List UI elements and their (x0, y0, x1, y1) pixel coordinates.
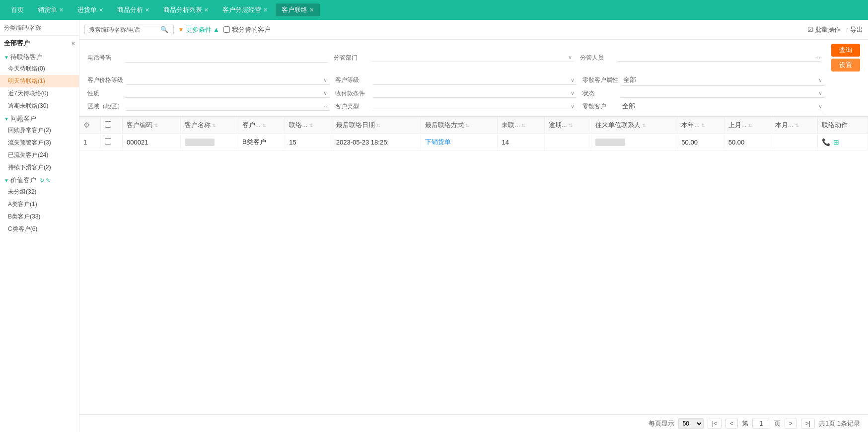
call-icon[interactable]: 📞 (822, 138, 830, 146)
sidebar-item-class-c[interactable]: C类客户(6) (0, 223, 79, 235)
my-customers-checkbox[interactable] (223, 26, 230, 33)
sort-uncontacted-icon[interactable]: ⇅ (521, 123, 525, 128)
nav-product-analysis[interactable]: 商品分析 ✕ (111, 3, 155, 16)
td-overdue (544, 134, 591, 150)
close-sales-order[interactable]: ✕ (59, 7, 64, 13)
first-page-btn[interactable]: |< (708, 419, 722, 429)
row-checkbox[interactable] (105, 138, 111, 144)
close-purchase-order[interactable]: ✕ (99, 7, 103, 13)
close-customer-tier[interactable]: ✕ (263, 7, 268, 13)
close-product-analysis-list[interactable]: ✕ (204, 7, 209, 13)
top-navigation: 首页 销货单 ✕ 进货单 ✕ 商品分析 ✕ 商品分析列表 ✕ 客户分层经营 ✕ … (0, 0, 868, 20)
sort-type-icon[interactable]: ⇅ (262, 123, 266, 128)
filter-nature-select[interactable]: ∨ (125, 89, 329, 98)
filter-customer-grade-select[interactable]: ∨ (373, 76, 577, 85)
sidebar-item-churned[interactable]: 已流失客户(24) (0, 149, 79, 161)
search-box: 🔍 (84, 24, 174, 35)
batch-ops-button[interactable]: ☑ 批量操作 (807, 25, 841, 34)
nav-product-analysis-list[interactable]: 商品分析列表 ✕ (157, 3, 215, 16)
sidebar-item-tomorrow-contact[interactable]: 明天待联络(1) (0, 75, 79, 87)
sidebar-item-overdue-contact[interactable]: 逾期未联络(30) (0, 100, 79, 112)
filter-payment-terms-select[interactable]: ∨ (373, 89, 577, 98)
sidebar-item-7days-contact[interactable]: 近7天待联络(0) (0, 87, 79, 100)
col-settings[interactable]: ⚙ (79, 117, 101, 134)
filter-region-dots[interactable]: ··· (324, 103, 329, 110)
last-page-btn[interactable]: >| (801, 419, 815, 429)
filter-customer-type-select[interactable]: ∨ (373, 102, 577, 111)
nav-customer-tier[interactable]: 客户分层经营 ✕ (217, 3, 274, 16)
sidebar-item-declining[interactable]: 持续下滑客户(2) (0, 161, 79, 174)
sidebar-item-repurchase-abnormal[interactable]: 回购异常客户(2) (0, 124, 79, 137)
close-customer-contact[interactable]: ✕ (309, 7, 314, 13)
per-page-select[interactable]: 50 100 200 (678, 418, 704, 429)
filter-region-label: 区域（地区） (87, 102, 123, 111)
col-checkbox[interactable] (101, 117, 123, 134)
filter-retail-attr-arrow: ∨ (818, 77, 822, 83)
filter-price-grade-select[interactable]: ∨ (126, 76, 329, 85)
filter-price-grade-arrow: ∨ (323, 77, 327, 83)
sidebar-item-class-b[interactable]: B类客户(33) (0, 211, 79, 223)
main-search-input[interactable] (89, 26, 158, 33)
total-label: 共1页 1条记录 (819, 419, 860, 428)
nav-customer-contact[interactable]: 客户联络 ✕ (276, 3, 320, 16)
sort-thismonth-icon[interactable]: ⇅ (795, 123, 799, 128)
td-unit-contact: ██████ (591, 134, 677, 150)
filter-row-2: 客户价格等级 ∨ 客户等级 ∨ 零散客户属性 全部 (87, 74, 860, 86)
filter-manager-dots[interactable]: ··· (815, 54, 820, 61)
filter-retail-customer-select[interactable]: 全部 ∨ (620, 101, 824, 112)
table-header-row: ⚙ 客户编码⇅ 客户名称⇅ 客户...⇅ (79, 117, 868, 134)
table-settings-gear[interactable]: ⚙ (83, 121, 90, 129)
filter-dept-select[interactable]: ∨ (371, 53, 574, 62)
filter-phone-input[interactable] (125, 53, 328, 63)
export-button[interactable]: ↑ 导出 (846, 25, 864, 34)
sidebar-all-customers[interactable]: 全部客户 « (0, 36, 79, 51)
nav-sales-order[interactable]: 销货单 ✕ (32, 3, 70, 16)
filter-retail-customer-arrow: ∨ (818, 103, 822, 110)
search-icon[interactable]: 🔍 (160, 26, 168, 33)
select-all-checkbox[interactable] (105, 121, 111, 128)
filter-icon: ▼ (178, 26, 184, 33)
page-number-input[interactable] (752, 419, 770, 429)
sidebar-item-churn-warning[interactable]: 流失预警客户(3) (0, 137, 79, 149)
more-filters-button[interactable]: ▼ 更多条件 ▲ (178, 25, 219, 34)
sidebar-search-input[interactable] (4, 24, 78, 31)
td-last-contact-method[interactable]: 下销货单 (421, 134, 498, 150)
filter-phone-label: 电话号码 (87, 54, 122, 62)
data-table: ⚙ 客户编码⇅ 客户名称⇅ 客户...⇅ (79, 117, 868, 150)
td-last-contact-date: 2023-05-23 18:25: (332, 134, 421, 150)
my-customers-toggle[interactable]: 我分管的客户 (223, 25, 271, 34)
sort-lastmonth-icon[interactable]: ⇅ (748, 123, 752, 128)
filter-retail-attr-select[interactable]: 全部 ∨ (621, 74, 824, 86)
triangle-icon: ▼ (4, 55, 9, 60)
edit-icon[interactable]: ✎ (46, 177, 50, 184)
prev-page-btn[interactable]: < (725, 419, 738, 429)
settings-button[interactable]: 设置 (831, 59, 860, 72)
td-uncontacted: 14 (498, 134, 544, 150)
sidebar-item-today-contact[interactable]: 今天待联络(0) (0, 63, 79, 75)
filter-actions: 查询 设置 (831, 44, 860, 72)
sort-date-icon[interactable]: ⇅ (376, 123, 380, 128)
collapse-icon[interactable]: « (72, 40, 75, 47)
last-contact-method-link[interactable]: 下销货单 (425, 138, 451, 145)
filter-row-3: 性质 ∨ 收付款条件 ∨ 状态 (87, 89, 860, 98)
sort-method-icon[interactable]: ⇅ (465, 123, 469, 128)
refresh-icon[interactable]: ↻ (40, 177, 44, 184)
filter-retail-customer: 零散客户 全部 ∨ (582, 101, 824, 112)
sort-unit-icon[interactable]: ⇅ (642, 123, 646, 128)
grid-icon[interactable]: ⊞ (833, 138, 839, 146)
filter-status-select[interactable]: ∨ (620, 89, 824, 98)
sidebar-item-ungrouped[interactable]: 未分组(32) (0, 186, 79, 198)
sidebar-item-class-a[interactable]: A类客户(1) (0, 198, 79, 211)
query-button[interactable]: 查询 (831, 44, 860, 57)
sort-code-icon[interactable]: ⇅ (154, 123, 158, 128)
td-checkbox[interactable] (101, 134, 123, 150)
td-this-year: 50.00 (677, 134, 724, 150)
sort-year-icon[interactable]: ⇅ (701, 123, 705, 128)
nav-home[interactable]: 首页 (5, 3, 30, 16)
sort-name-icon[interactable]: ⇅ (212, 123, 216, 128)
close-product-analysis[interactable]: ✕ (145, 7, 149, 13)
sort-contact-icon[interactable]: ⇅ (309, 123, 313, 128)
sort-overdue-icon[interactable]: ⇅ (569, 123, 573, 128)
nav-purchase-order[interactable]: 进货单 ✕ (72, 3, 109, 16)
next-page-btn[interactable]: > (785, 419, 797, 429)
